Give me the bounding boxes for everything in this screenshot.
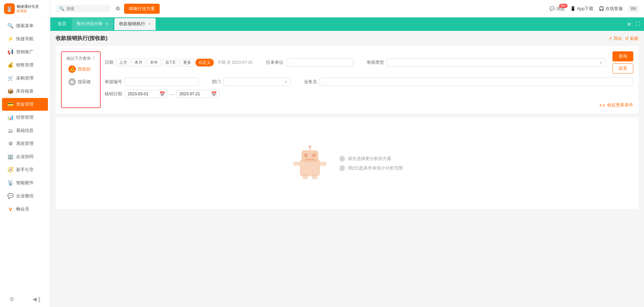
sidebar-item-label: 企业微信 [16, 193, 34, 199]
hardware-icon: 📡 [7, 180, 13, 186]
search-input[interactable] [66, 6, 107, 11]
sidebar-item-hardware[interactable]: 📡 智能硬件 [2, 176, 48, 189]
filter-row-1: 日期 上月 本月 本年 近7天 更多 自定义 不限 至 2023-07-26 [105, 51, 633, 73]
topbar-gear-icon[interactable]: ⚙ [115, 5, 120, 12]
writeoff-date-end-wrapper[interactable]: 2023-07-21 📅 [176, 90, 220, 98]
writeoff-date-end-input[interactable]: 2023-07-21 [179, 92, 210, 96]
member-icon: V [7, 206, 13, 212]
message-button[interactable]: 💬 消息 99+ [549, 6, 565, 12]
partner-label: 往来单位 [266, 59, 283, 65]
date-this-year[interactable]: 本年 [147, 59, 161, 66]
query-by-receivable[interactable]: 🕐 按应收 [66, 77, 95, 87]
message-badge: 99+ [559, 4, 568, 8]
app-edition: 标准版 [17, 9, 39, 13]
service-icon: 🎧 [599, 6, 604, 11]
doc-type-selector[interactable]: ∨ [387, 58, 606, 67]
partner-placeholder: ··· [289, 60, 296, 65]
tab-expand-btn[interactable]: ⛶ [634, 20, 641, 29]
collapse-label: 收起更多条件 [607, 102, 633, 108]
tabbar: 首页 预付冲应付单 ✕ 收款核销执行 ✕ ✕ ⛶ [50, 17, 644, 31]
writeoff-date-start-wrapper[interactable]: 2023-03-01 📅 [125, 90, 168, 98]
prepay-tab-close[interactable]: ✕ [105, 22, 108, 26]
receipt-icon: 💰 [68, 65, 76, 73]
settings-footer-btn[interactable]: ⚙ [8, 295, 15, 304]
filter-panel: 按以下方查询 《 💰 按收款 🕐 按应收 日期 [56, 46, 639, 113]
finance-icon: 💳 [7, 101, 13, 107]
sidebar-item-corp[interactable]: 🏢 企业协同 [2, 150, 48, 163]
tab-close-btn[interactable]: ✕ [626, 20, 633, 29]
user-menu[interactable]: Rit [628, 5, 639, 12]
empty-illustration [291, 144, 328, 182]
sidebar-footer: ⚙ ◀ ‖ [0, 291, 50, 307]
wechat-icon: 💬 [7, 193, 13, 199]
query-button[interactable]: 查询 [612, 51, 633, 61]
sidebar-item-biz[interactable]: 📊 经营管理 [2, 111, 48, 124]
sidebar-item-basic[interactable]: 🗂 基础信息 [2, 124, 48, 137]
page-header: 收款核销执行(按收款) ↗ 导出 ↺ 刷新 [56, 35, 639, 42]
sidebar-item-quick-nav[interactable]: ⚡ 快捷导航 [2, 33, 48, 45]
date-more[interactable]: 更多 [180, 59, 194, 66]
inventory-icon: 📦 [7, 88, 13, 94]
online-service-button[interactable]: 🎧 在线客服 [599, 6, 623, 12]
collapse-section: ∧∧ 收起更多条件 [105, 102, 633, 108]
export-button[interactable]: ↗ 导出 [608, 36, 622, 42]
tip-text-1: 请先选择要分析的方案 [348, 156, 391, 162]
sidebar-item-label: 采购管理 [16, 75, 34, 81]
search-icon: 🔍 [7, 23, 13, 29]
doc-number-label: 单据编号 [105, 79, 122, 85]
doc-number-input[interactable] [125, 78, 199, 86]
sidebar-item-member[interactable]: V 畅会员 [2, 203, 48, 215]
sidebar-item-inventory[interactable]: 📦 库存核算 [2, 85, 48, 98]
query-type-selector: 按以下方查询 《 💰 按收款 🕐 按应收 [61, 51, 101, 108]
page-content: 收款核销执行(按收款) ↗ 导出 ↺ 刷新 按以下方查询 《 [50, 31, 644, 307]
service-label: 在线客服 [605, 6, 623, 12]
filter-fields: 日期 上月 本月 本年 近7天 更多 自定义 不限 至 2023-07-26 [105, 51, 633, 108]
calendar-start-icon[interactable]: 📅 [159, 91, 165, 97]
app-download-label: App下载 [577, 6, 593, 12]
sidebar-item-guide[interactable]: 🧭 新手引导 [2, 163, 48, 176]
tab-prepay[interactable]: 预付冲应付单 ✕ [72, 18, 113, 30]
sidebar-item-label: 经营管理 [16, 114, 34, 120]
refresh-button[interactable]: ↺ 刷新 [625, 36, 639, 42]
sidebar-item-label: 智能硬件 [16, 180, 34, 186]
filter-row-3: 核销日期 2023-03-01 📅 — 2023-07-21 📅 [105, 90, 633, 98]
sidebar-item-sales[interactable]: 💰 销售管理 [2, 59, 48, 71]
sidebar-item-label: 营销推广 [16, 49, 34, 55]
sidebar-nav: 🔍 搜索菜单 ⚡ 快捷导航 📢 营销推广 💰 销售管理 🛒 采购管理 📦 库存核… [0, 18, 50, 291]
sidebar-item-purchase[interactable]: 🛒 采购管理 [2, 72, 48, 85]
sidebar-item-system[interactable]: ⚙ 系统管理 [2, 137, 48, 150]
guide-icon: 🧭 [7, 167, 13, 173]
topbar-search-box[interactable]: 🔍 [56, 5, 110, 12]
staff-field: 业务员 ··· [304, 78, 633, 86]
date-last-month[interactable]: 上月 [116, 59, 130, 66]
setting-button[interactable]: 设置 [612, 63, 633, 73]
date-this-month[interactable]: 本月 [131, 59, 146, 66]
sidebar-item-finance[interactable]: 💳 资金管理 [2, 98, 48, 111]
receivable-tab-close[interactable]: ✕ [148, 22, 151, 26]
tab-receivable[interactable]: 收款核销执行 ✕ [114, 18, 156, 30]
sidebar-item-label: 基础信息 [16, 127, 34, 134]
query-by-receipt[interactable]: 💰 按收款 [66, 64, 95, 74]
dept-selector[interactable]: ∨ [223, 78, 290, 86]
collapse-more-button[interactable]: ∧∧ 收起更多条件 [599, 102, 633, 108]
collapse-query-type-btn[interactable]: 《 [91, 55, 95, 61]
calendar-end-icon[interactable]: 📅 [211, 91, 217, 97]
staff-label: 业务员 [304, 79, 317, 85]
message-icon: 💬 [549, 6, 555, 11]
empty-tip-1: 1 请先选择要分析的方案 [339, 156, 402, 162]
date-7days[interactable]: 近7天 [162, 59, 179, 66]
collapse-sidebar-btn[interactable]: ◀ ‖ [31, 295, 42, 304]
svg-rect-8 [319, 162, 327, 166]
date-custom[interactable]: 自定义 [196, 59, 214, 66]
writeoff-date-start-input[interactable]: 2023-03-01 [128, 92, 158, 96]
sidebar-item-search[interactable]: 🔍 搜索菜单 [2, 19, 48, 32]
solution-button[interactable]: 体验行业方案 [124, 4, 160, 14]
partner-selector[interactable]: ··· [286, 58, 353, 67]
svg-point-6 [309, 145, 311, 148]
sidebar-item-marketing[interactable]: 📢 营销推广 [2, 46, 48, 58]
corp-icon: 🏢 [7, 154, 13, 160]
app-download-button[interactable]: 📱 App下载 [570, 6, 593, 12]
sidebar-item-wechat[interactable]: 💬 企业微信 [2, 190, 48, 202]
staff-selector[interactable]: ··· [320, 78, 633, 86]
tab-home[interactable]: 首页 [53, 18, 71, 30]
